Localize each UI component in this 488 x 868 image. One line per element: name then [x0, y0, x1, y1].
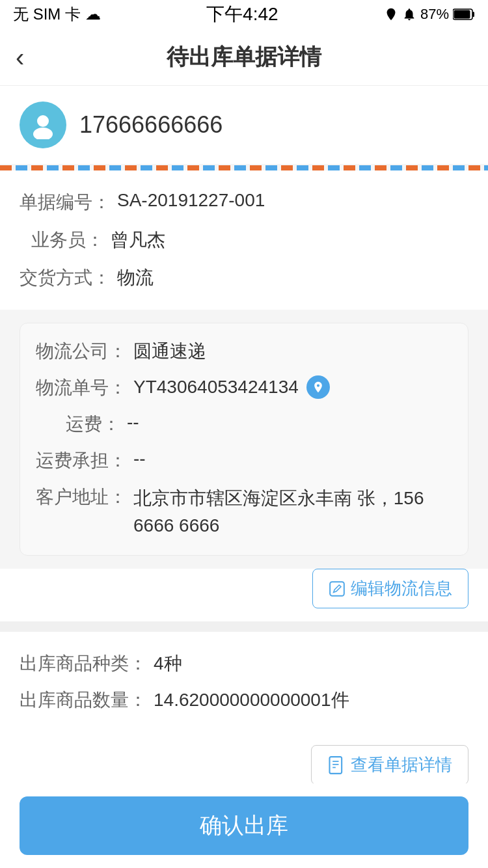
logistics-company-value: 圆通速递 — [133, 339, 452, 364]
battery-level: 87% — [420, 6, 449, 23]
edit-logistics-button[interactable]: 编辑物流信息 — [312, 569, 468, 608]
freight-label: 运费： — [36, 412, 120, 437]
dashed-divider — [0, 165, 488, 170]
customer-phone: 17666666666 — [79, 111, 223, 139]
status-right: 87% — [384, 6, 475, 23]
edit-icon — [329, 580, 346, 597]
goods-quantity-row: 出库商品数量： 14.620000000000001件 — [20, 688, 468, 712]
delivery-label: 交货方式： — [20, 265, 111, 290]
status-time: 下午4:42 — [206, 2, 278, 27]
edit-btn-container: 编辑物流信息 — [0, 569, 488, 621]
view-details-label: 查看单据详情 — [351, 753, 452, 776]
logistics-tracking-label: 物流单号： — [36, 375, 127, 400]
logistics-card: 物流公司： 圆通速递 物流单号： YT43064053424134 运费： --… — [20, 323, 468, 556]
delivery-value: 物流 — [117, 265, 468, 290]
status-left: 无 SIM 卡 ☁ — [13, 4, 101, 25]
location-active-icon — [384, 7, 398, 21]
battery-icon — [453, 8, 475, 20]
svg-rect-1 — [472, 12, 474, 17]
order-no-label: 单据编号： — [20, 190, 111, 215]
alarm-icon — [402, 7, 416, 21]
salesman-label: 业务员： — [20, 228, 104, 252]
svg-point-4 — [33, 128, 53, 139]
freight-bear-row: 运费承担： -- — [36, 448, 452, 473]
edit-logistics-label: 编辑物流信息 — [351, 577, 452, 600]
status-bar: 无 SIM 卡 ☁ 下午4:42 87% — [0, 0, 488, 29]
logistics-company-label: 物流公司： — [36, 339, 127, 364]
customer-section: 17666666666 — [0, 86, 488, 164]
logistics-company-row: 物流公司： 圆通速递 — [36, 339, 452, 364]
svg-rect-2 — [454, 10, 470, 19]
section-divider — [0, 621, 488, 632]
user-icon — [29, 111, 57, 139]
address-row: 客户地址： 北京市市辖区海淀区永丰南 张，156 6666 6666 — [36, 485, 452, 539]
goods-types-value: 4种 — [154, 651, 468, 676]
confirm-btn-label: 确认出库 — [200, 811, 288, 841]
salesman-value: 曾凡杰 — [111, 228, 468, 252]
salesman-row: 业务员： 曾凡杰 — [20, 228, 468, 252]
goods-quantity-value: 14.620000000000001件 — [154, 688, 468, 712]
goods-types-label: 出库商品种类： — [20, 651, 147, 676]
confirm-outbound-button[interactable]: 确认出库 — [20, 796, 468, 855]
address-value: 北京市市辖区海淀区永丰南 张，156 6666 6666 — [133, 485, 452, 539]
order-info-section: 单据编号： SA-20191227-001 业务员： 曾凡杰 交货方式： 物流 — [0, 170, 488, 310]
document-icon — [327, 756, 346, 774]
order-no-row: 单据编号： SA-20191227-001 — [20, 190, 468, 215]
freight-bear-label: 运费承担： — [36, 448, 127, 473]
freight-bear-value: -- — [133, 448, 452, 469]
goods-section: 出库商品种类： 4种 出库商品数量： 14.620000000000001件 — [0, 632, 488, 732]
confirm-btn-wrap: 确认出库 — [0, 783, 488, 868]
view-details-button[interactable]: 查看单据详情 — [311, 745, 468, 785]
goods-types-row: 出库商品种类： 4种 — [20, 651, 468, 676]
svg-rect-6 — [330, 757, 342, 774]
tracking-location-icon[interactable] — [306, 375, 330, 399]
avatar — [20, 102, 66, 148]
nav-bar: ‹ 待出库单据详情 — [0, 29, 488, 86]
delivery-row: 交货方式： 物流 — [20, 265, 468, 290]
order-no-value: SA-20191227-001 — [117, 190, 468, 211]
goods-quantity-label: 出库商品数量： — [20, 688, 147, 712]
logistics-tracking-row: 物流单号： YT43064053424134 — [36, 375, 452, 400]
address-label: 客户地址： — [36, 485, 127, 509]
svg-rect-5 — [330, 582, 344, 596]
svg-point-3 — [37, 115, 49, 127]
freight-value: -- — [127, 412, 452, 433]
freight-row: 运费： -- — [36, 412, 452, 437]
logistics-tracking-value: YT43064053424134 — [133, 375, 452, 399]
back-button[interactable]: ‹ — [16, 44, 24, 70]
page-title: 待出库单据详情 — [167, 42, 321, 72]
sim-status: 无 SIM 卡 ☁ — [13, 4, 101, 25]
